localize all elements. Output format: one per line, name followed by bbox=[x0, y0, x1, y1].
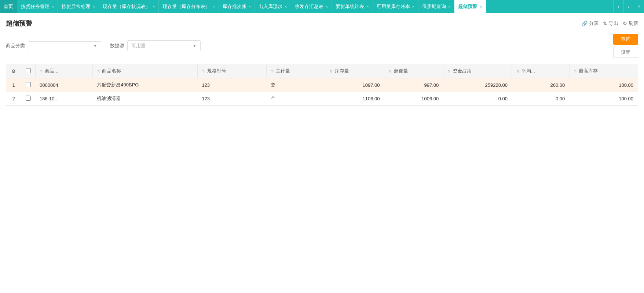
table-header-row: ⚙ ⇅ 商品... ⇅ 商品名称 ⇅ 规格型号 bbox=[6, 64, 638, 78]
col-header-product-name: ⇅ 商品名称 bbox=[92, 64, 197, 78]
nav-prev-button[interactable]: ‹ bbox=[613, 0, 623, 13]
col-header-check bbox=[21, 64, 35, 78]
share-label: 分享 bbox=[589, 20, 599, 27]
sort-icon-product-code[interactable]: ⇅ bbox=[40, 69, 43, 73]
export-button[interactable]: ⇅ 导出 bbox=[603, 20, 618, 27]
col-header-spec: ⇅ 规格型号 bbox=[197, 64, 266, 78]
nav-item-3[interactable]: 现存量（库存状况表）× bbox=[99, 0, 159, 13]
row-overstock-1: 1006.00 bbox=[384, 92, 443, 105]
nav-item-7[interactable]: 收发存汇总表× bbox=[291, 0, 332, 13]
col-header-unit: ⇅ 主计量 bbox=[266, 64, 325, 78]
sort-icon-stock[interactable]: ⇅ bbox=[330, 69, 333, 73]
row-capital-1: 0.00 bbox=[443, 92, 512, 105]
datasource-filter-group: 数据源 可用量 ▼ bbox=[110, 40, 201, 51]
col-header-stock: ⇅ 库存量 bbox=[325, 64, 384, 78]
nav-item-close-11[interactable]: × bbox=[479, 4, 482, 9]
nav-item-label-6: 出入库流水 bbox=[259, 3, 282, 10]
query-button[interactable]: 查询 bbox=[613, 34, 638, 45]
page-title: 超储预警 bbox=[6, 19, 32, 28]
nav-item-0[interactable]: 首页 bbox=[0, 0, 17, 13]
share-icon: 🔗 bbox=[581, 21, 588, 26]
nav-item-close-7[interactable]: × bbox=[326, 4, 328, 9]
nav-item-close-10[interactable]: × bbox=[448, 4, 450, 9]
nav-item-2[interactable]: 拣货异常处理× bbox=[58, 0, 99, 13]
datasource-dropdown-icon: ▼ bbox=[193, 44, 197, 48]
table-body: 1 0000004 六配套新昌490BPG 123 套 1097.00 997.… bbox=[6, 78, 638, 105]
nav-item-label-8: 要货单统计表 bbox=[336, 3, 364, 10]
nav-item-close-3[interactable]: × bbox=[153, 4, 155, 9]
nav-item-close-1[interactable]: × bbox=[52, 4, 54, 9]
row-index-0: 1 bbox=[6, 78, 21, 92]
row-index-1: 2 bbox=[6, 92, 21, 105]
nav-item-close-6[interactable]: × bbox=[285, 4, 287, 9]
nav-item-label-9: 可用量库存账本 bbox=[377, 3, 410, 10]
nav-item-6[interactable]: 出入库流水× bbox=[255, 0, 291, 13]
row-stock-1: 1106.00 bbox=[325, 92, 384, 105]
col-header-overstock: ⇅ 超储量 bbox=[384, 64, 443, 78]
export-label: 导出 bbox=[609, 20, 618, 27]
category-select[interactable]: ▼ bbox=[28, 41, 101, 50]
sort-icon-spec[interactable]: ⇅ bbox=[202, 69, 205, 73]
select-all-checkbox[interactable] bbox=[26, 68, 31, 73]
filter-bar: 商品分类 ▼ 数据源 可用量 ▼ 查询 设置 bbox=[6, 34, 638, 58]
row-max-stock-0: 100.00 bbox=[569, 78, 638, 92]
nav-arrows: ‹ › × bbox=[613, 0, 644, 13]
nav-close-button[interactable]: × bbox=[634, 0, 644, 13]
col-header-max-stock: ⇅ 最高库存 bbox=[569, 64, 638, 78]
gear-icon[interactable]: ⚙ bbox=[11, 68, 16, 74]
row-product-code-1: 186-10... bbox=[35, 92, 92, 105]
row-unit-1: 个 bbox=[266, 92, 325, 105]
row-product-name-0: 六配套新昌490BPG bbox=[92, 78, 197, 92]
nav-item-close-2[interactable]: × bbox=[92, 4, 95, 9]
filter-buttons: 查询 设置 bbox=[613, 34, 638, 58]
nav-next-button[interactable]: › bbox=[623, 0, 634, 13]
sort-icon-capital[interactable]: ⇅ bbox=[448, 69, 451, 73]
nav-item-label-4: 现存量（库存分布表） bbox=[162, 3, 210, 10]
nav-item-label-3: 现存量（库存状况表） bbox=[103, 3, 150, 10]
nav-item-11[interactable]: 超储预警× bbox=[454, 0, 486, 13]
share-button[interactable]: 🔗 分享 bbox=[581, 20, 599, 27]
sort-icon-max-stock[interactable]: ⇅ bbox=[574, 69, 577, 73]
nav-item-label-7: 收发存汇总表 bbox=[295, 3, 323, 10]
refresh-button[interactable]: ↻ 刷新 bbox=[623, 20, 638, 27]
category-dropdown-icon: ▼ bbox=[93, 44, 97, 48]
row-select-1[interactable] bbox=[26, 96, 31, 101]
row-max-stock-1: 100.00 bbox=[569, 92, 638, 105]
header-actions: 🔗 分享 ⇅ 导出 ↻ 刷新 bbox=[581, 20, 638, 27]
nav-item-8[interactable]: 要货单统计表× bbox=[332, 0, 373, 13]
nav-item-label-5: 库存批次账 bbox=[223, 3, 246, 10]
sort-icon-avg[interactable]: ⇅ bbox=[516, 69, 519, 73]
nav-item-5[interactable]: 库存批次账× bbox=[219, 0, 255, 13]
nav-item-4[interactable]: 现存量（库存分布表）× bbox=[159, 0, 219, 13]
nav-item-1[interactable]: 拣货任务管理× bbox=[17, 0, 58, 13]
nav-item-close-4[interactable]: × bbox=[212, 4, 215, 9]
page-content: 超储预警 🔗 分享 ⇅ 导出 ↻ 刷新 商品分类 ▼ 数据源 bbox=[0, 13, 644, 293]
sort-icon-product-name[interactable]: ⇅ bbox=[97, 69, 100, 73]
nav-item-close-8[interactable]: × bbox=[366, 4, 369, 9]
col-header-product-code: ⇅ 商品... bbox=[35, 64, 92, 78]
datasource-filter-label: 数据源 bbox=[110, 42, 124, 49]
datasource-select[interactable]: 可用量 ▼ bbox=[127, 40, 201, 51]
row-avg-1: 0.00 bbox=[512, 92, 569, 105]
sort-icon-unit[interactable]: ⇅ bbox=[271, 69, 274, 73]
table-row: 2 186-10... 机油滤清器 123 个 1106.00 1006.00 … bbox=[6, 92, 638, 105]
row-checkbox-0[interactable] bbox=[21, 78, 35, 92]
nav-item-label-10: 保质期查询 bbox=[422, 3, 446, 10]
col-header-capital: ⇅ 资金占用 bbox=[443, 64, 512, 78]
page-header: 超储预警 🔗 分享 ⇅ 导出 ↻ 刷新 bbox=[6, 19, 638, 28]
row-spec-1: 123 bbox=[197, 92, 266, 105]
row-checkbox-1[interactable] bbox=[21, 92, 35, 105]
nav-item-close-9[interactable]: × bbox=[412, 4, 414, 9]
nav-item-9[interactable]: 可用量库存账本× bbox=[373, 0, 418, 13]
nav-item-close-5[interactable]: × bbox=[249, 4, 251, 9]
nav-item-10[interactable]: 保质期查询× bbox=[418, 0, 454, 13]
settings-button[interactable]: 设置 bbox=[613, 47, 638, 58]
row-product-name-1: 机油滤清器 bbox=[92, 92, 197, 105]
col-header-gear: ⚙ bbox=[6, 64, 21, 78]
row-select-0[interactable] bbox=[26, 82, 31, 87]
datasource-select-value: 可用量 bbox=[131, 42, 146, 49]
sort-icon-overstock[interactable]: ⇅ bbox=[389, 69, 392, 73]
row-product-code-0: 0000004 bbox=[35, 78, 92, 92]
row-capital-0: 259220.00 bbox=[443, 78, 512, 92]
refresh-label: 刷新 bbox=[629, 20, 638, 27]
